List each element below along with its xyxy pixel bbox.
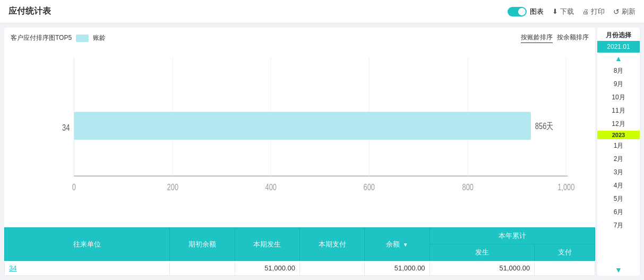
- month-item[interactable]: 7月: [597, 219, 640, 232]
- col-current-occ-header: 本期发生: [235, 228, 299, 261]
- data-table: 往来单位 期初余额 本期发生 本期支付 余额 ▼ 本年累计 发生: [4, 227, 595, 276]
- legend-chart-label: 客户应付排序图TOP5: [11, 33, 72, 43]
- month-item[interactable]: 9月: [597, 78, 640, 91]
- chart-toggle-label: 图表: [530, 7, 544, 16]
- table-section: 往来单位 期初余额 本期发生 本期支付 余额 ▼ 本年累计 发生: [4, 227, 595, 276]
- cell-opening: [170, 261, 235, 276]
- download-button[interactable]: 下载: [552, 7, 574, 16]
- svg-text:400: 400: [265, 182, 277, 192]
- month-item[interactable]: 2月: [597, 152, 640, 166]
- chart-section: 客户应付排序图TOP5 账龄 按账龄排序 按余额排序: [4, 28, 595, 227]
- content-area: 客户应付排序图TOP5 账龄 按账龄排序 按余额排序: [0, 23, 644, 280]
- svg-text:0: 0: [72, 182, 76, 192]
- col-opening-header: 期初余额: [170, 228, 235, 261]
- chart-sort-buttons: 按账龄排序 按余额排序: [521, 33, 589, 43]
- month-item[interactable]: 10月: [597, 91, 640, 104]
- sort-by-amount-button[interactable]: 按余额排序: [557, 33, 589, 43]
- month-item[interactable]: 6月: [597, 206, 640, 219]
- download-label: 下载: [560, 7, 574, 16]
- month-item[interactable]: 12月: [597, 117, 640, 131]
- print-label: 打印: [591, 7, 605, 16]
- legend-box-icon: [76, 35, 89, 42]
- table-row: 34 51,000.00 51,000.00 51,000.00: [5, 261, 595, 276]
- sidebar-title: 月份选择: [597, 28, 640, 41]
- current-year-label[interactable]: 2021.01: [597, 41, 640, 53]
- month-nav-down-button[interactable]: ▼: [597, 264, 640, 276]
- main-panel: 客户应付排序图TOP5 账龄 按账龄排序 按余额排序: [4, 28, 595, 276]
- col-ytd-group-header: 本年累计: [430, 228, 595, 244]
- cell-unit: 34: [5, 261, 170, 276]
- svg-text:200: 200: [167, 182, 178, 192]
- refresh-button[interactable]: 刷新: [613, 7, 636, 16]
- header-actions: 图表 下载 打印 刷新: [508, 7, 636, 16]
- download-icon: [552, 7, 558, 15]
- col-ytd-occ-header: 发生: [430, 244, 535, 261]
- print-icon: [582, 7, 589, 15]
- month-nav-up-button[interactable]: ▲: [597, 53, 640, 64]
- bar-chart-area: 0 200 400 600 800 1,000 34: [11, 45, 589, 227]
- print-button[interactable]: 打印: [582, 7, 605, 16]
- cell-ytd-pay: [535, 261, 595, 276]
- month-item[interactable]: 5月: [597, 192, 640, 206]
- col-balance-header: 余额 ▼: [365, 228, 430, 261]
- month-item[interactable]: 11月: [597, 104, 640, 117]
- balance-header-text: 余额: [386, 240, 400, 248]
- cell-current-pay: [299, 261, 364, 276]
- chart-header: 客户应付排序图TOP5 账龄 按账龄排序 按余额排序: [11, 33, 589, 43]
- svg-text:800: 800: [462, 182, 474, 192]
- month-item[interactable]: 3月: [597, 166, 640, 179]
- svg-text:34: 34: [62, 122, 70, 132]
- cell-ytd-occ: 51,000.00: [430, 261, 535, 276]
- balance-filter-icon[interactable]: ▼: [403, 242, 408, 248]
- month-item[interactable]: 8月: [597, 64, 640, 78]
- month-item[interactable]: 4月: [597, 179, 640, 192]
- svg-text:600: 600: [364, 182, 375, 192]
- col-unit-header: 往来单位: [5, 228, 170, 261]
- table-header-row-1: 往来单位 期初余额 本期发生 本期支付 余额 ▼ 本年累计: [5, 228, 595, 244]
- chart-toggle[interactable]: [508, 7, 527, 16]
- chart-toggle-wrap[interactable]: 图表: [508, 7, 544, 16]
- col-current-pay-header: 本期支付: [299, 228, 364, 261]
- col-ytd-pay-header: 支付: [535, 244, 595, 261]
- bar-chart-svg: 0 200 400 600 800 1,000 34: [42, 50, 578, 211]
- chart-legend: 客户应付排序图TOP5 账龄: [11, 33, 106, 43]
- svg-text:1,000: 1,000: [557, 182, 574, 192]
- year-marker: 2023: [597, 131, 640, 139]
- legend-box-label: 账龄: [93, 33, 106, 43]
- page-title: 应付统计表: [8, 6, 508, 17]
- refresh-label: 刷新: [622, 7, 636, 16]
- cell-balance: 51,000.00: [365, 261, 430, 276]
- sort-by-balance-button[interactable]: 按账龄排序: [521, 33, 553, 43]
- cell-current-occ: 51,000.00: [235, 261, 299, 276]
- month-item[interactable]: 1月: [597, 139, 640, 152]
- svg-text:856天: 856天: [535, 121, 553, 131]
- month-list: 8月9月10月11月12月20231月2月3月4月5月6月7月: [597, 64, 640, 264]
- svg-rect-14: [74, 112, 531, 140]
- unit-link[interactable]: 34: [9, 264, 16, 272]
- refresh-icon: [613, 7, 620, 16]
- header: 应付统计表 图表 下载 打印 刷新: [0, 0, 644, 23]
- sidebar: 月份选择 2021.01 ▲ 8月9月10月11月12月20231月2月3月4月…: [597, 28, 640, 276]
